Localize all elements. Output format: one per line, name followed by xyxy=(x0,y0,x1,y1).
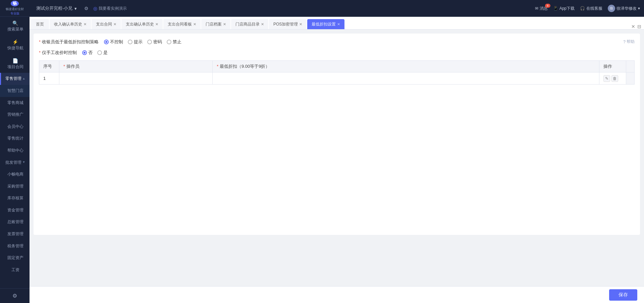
sidebar-item-retail-stats-label: 零售统计 xyxy=(7,136,23,141)
tab-payment-board[interactable]: 支出合同看板 ✕ xyxy=(163,19,201,29)
page-content: ? 帮助 * 收银员低于最低折扣控制策略 不控制 提示 xyxy=(30,30,644,286)
sidebar-item-project-contract[interactable]: 📄 项目合同 xyxy=(0,54,30,73)
tab-payment-confirm-close-icon[interactable]: ✕ xyxy=(155,22,158,26)
tab-payment-contract[interactable]: 支出合同 ✕ xyxy=(92,19,121,29)
sidebar-item-ecommerce[interactable]: 小畅电商 xyxy=(0,168,30,181)
tab-store-archive-label: 门店档案 xyxy=(206,21,222,27)
sidebar-item-invoice-label: 发票管理 xyxy=(7,232,23,237)
save-button[interactable]: 保存 xyxy=(609,289,637,301)
manual-price-radio-group: 否 是 xyxy=(82,50,108,56)
sidebar-item-marketing[interactable]: 营销推广 xyxy=(0,109,30,121)
tab-payment-board-close-icon[interactable]: ✕ xyxy=(193,22,196,26)
radio-no[interactable]: 否 xyxy=(82,50,93,56)
tab-pos-password-close-icon[interactable]: ✕ xyxy=(299,22,302,26)
search-icon: 🔍 xyxy=(12,20,18,26)
col-operator-header: * 操作员 xyxy=(59,61,213,72)
sidebar-item-salary[interactable]: 工资 xyxy=(0,264,30,276)
user-menu[interactable]: 徐 徐泽华修改 ▾ xyxy=(608,5,640,12)
sidebar-item-tax[interactable]: 税务管理 xyxy=(0,240,30,252)
user-chevron-icon: ▾ xyxy=(638,6,640,11)
sidebar-item-fixed-assets[interactable]: 固定资产 xyxy=(0,252,30,264)
operator-required-star: * xyxy=(63,64,65,69)
sidebar-menu: 🔍 搜索菜单 ⚡ 快捷导航 📄 项目合同 零售管理 ▲ 智慧门店 零售商城 营销… xyxy=(0,17,30,288)
radio-hint-circle xyxy=(128,40,132,44)
tab-store-archive-close-icon[interactable]: ✕ xyxy=(223,22,226,26)
cell-operator[interactable] xyxy=(59,72,213,85)
contract-icon: 📄 xyxy=(12,58,18,64)
user-name: 徐泽华修改 xyxy=(616,6,637,11)
tab-income-history-close-icon[interactable]: ✕ xyxy=(84,22,87,26)
tab-income-history-label: 收入确认单历史 xyxy=(54,21,82,27)
sidebar-item-help-center[interactable]: 帮助中心 xyxy=(0,145,30,157)
sidebar-item-smart-store[interactable]: 智慧门店 xyxy=(0,85,30,97)
sidebar-item-finance[interactable]: 资金管理 xyxy=(0,204,30,216)
sidebar-item-invoice[interactable]: 发票管理 xyxy=(0,228,30,240)
tabbar-controls: ✕ ⊟ xyxy=(629,24,644,29)
avatar: 徐 xyxy=(608,5,615,12)
sidebar-item-ledger[interactable]: 总账管理 xyxy=(0,216,30,228)
manual-price-label: * 仅手工改价时控制 xyxy=(39,50,77,56)
sidebar-item-search[interactable]: 🔍 搜索菜单 xyxy=(0,17,30,36)
sidebar-item-shortcut[interactable]: ⚡ 快捷导航 xyxy=(0,36,30,54)
help-link[interactable]: ? 帮助 xyxy=(623,39,635,45)
tab-payment-contract-close-icon[interactable]: ✕ xyxy=(113,22,116,26)
table-row: 1 ✎ 🗑 xyxy=(39,72,635,85)
radio-password-circle xyxy=(147,40,152,44)
radio-yes[interactable]: 是 xyxy=(97,50,108,56)
sidebar-item-retail-management[interactable]: 零售管理 ▲ xyxy=(0,73,30,85)
app-logo: 畅 畅捷通好业财 专业版 xyxy=(0,0,30,17)
radio-forbid[interactable]: 禁止 xyxy=(167,39,181,45)
radio-yes-label: 是 xyxy=(103,50,108,56)
message-icon: ✉ xyxy=(535,6,538,11)
sidebar-item-retail-stats[interactable]: 零售统计 xyxy=(0,133,30,145)
tab-bar: 首页 收入确认单历史 ✕ 支出合同 ✕ 支出确认单历史 ✕ 支出合同看板 ✕ 门… xyxy=(30,17,644,30)
online-support-button[interactable]: 🎧 在线客服 xyxy=(580,6,602,11)
tab-store-archive[interactable]: 门店档案 ✕ xyxy=(201,19,230,29)
support-icon: 🎧 xyxy=(580,6,585,11)
project-selector[interactable]: 测试分开完程-小兄 ▾ xyxy=(34,4,79,13)
sidebar-item-retail-mall[interactable]: 零售商城 xyxy=(0,97,30,109)
logo-subtext: 畅捷通好业财 xyxy=(6,7,24,11)
sidebar-item-salary-label: 工资 xyxy=(11,267,19,273)
required-star-2: * xyxy=(39,50,41,55)
sidebar-settings-button[interactable]: ⚙ xyxy=(0,288,30,303)
topbar-settings-icon[interactable]: ⚙ xyxy=(83,4,90,12)
tab-income-history[interactable]: 收入确认单历史 ✕ xyxy=(50,19,91,29)
sidebar-item-fixed-assets-label: 固定资产 xyxy=(7,255,23,261)
tab-home-label: 首页 xyxy=(36,21,44,27)
tab-store-product-close-icon[interactable]: ✕ xyxy=(261,22,264,26)
edit-button[interactable]: ✎ xyxy=(603,75,610,82)
radio-hint[interactable]: 提示 xyxy=(128,39,143,45)
discount-table: 序号 * 操作员 * 最低折扣（9.00等于9折） 操作 xyxy=(39,60,635,85)
delete-button[interactable]: 🗑 xyxy=(611,75,618,82)
tab-payment-confirm-history[interactable]: 支出确认单历史 ✕ xyxy=(121,19,163,29)
tab-menu-icon[interactable]: ⊟ xyxy=(637,24,641,29)
sidebar-item-inventory[interactable]: 库存核算 xyxy=(0,192,30,204)
tab-min-discount-close-icon[interactable]: ✕ xyxy=(337,22,340,26)
message-button[interactable]: ✉ 消息 8 xyxy=(535,6,548,11)
sidebar-item-member-center[interactable]: 会员中心 xyxy=(0,121,30,133)
tab-payment-board-label: 支出合同看板 xyxy=(168,21,192,27)
help-text: 帮助 xyxy=(627,39,635,45)
project-chevron-icon: ▾ xyxy=(74,6,77,11)
tab-min-discount[interactable]: 最低折扣设置 ✕ xyxy=(307,19,344,29)
tab-payment-contract-label: 支出合同 xyxy=(96,21,112,27)
tab-close-all-icon[interactable]: ✕ xyxy=(631,24,635,29)
sidebar-item-project-label: 项目合同 xyxy=(7,64,23,70)
required-star-1: * xyxy=(39,39,41,44)
project-name: 测试分开完程-小兄 xyxy=(36,5,72,11)
sidebar-item-purchase[interactable]: 采购管理 xyxy=(0,181,30,193)
tab-pos-password[interactable]: POS加密管理 ✕ xyxy=(269,19,307,29)
radio-no-control[interactable]: 不控制 xyxy=(104,39,123,45)
app-download-button[interactable]: 📱 App下载 xyxy=(553,6,575,11)
cell-discount[interactable] xyxy=(213,72,599,85)
tab-store-product-catalog[interactable]: 门店商品目录 ✕ xyxy=(231,19,268,29)
sidebar-item-wholesale-label: 批发管理 xyxy=(5,160,21,165)
radio-password[interactable]: 密码 xyxy=(147,39,162,45)
demo-link[interactable]: ◎ 我要看实例演示 xyxy=(93,6,127,11)
manual-price-row: * 仅手工改价时控制 否 是 xyxy=(39,50,635,56)
sidebar-item-ledger-label: 总账管理 xyxy=(7,219,23,225)
help-icon: ? xyxy=(623,40,626,44)
tab-home[interactable]: 首页 xyxy=(31,19,49,29)
sidebar-item-wholesale[interactable]: 批发管理 ▼ xyxy=(0,157,30,169)
